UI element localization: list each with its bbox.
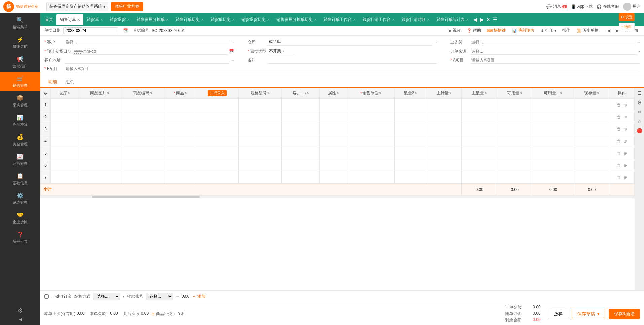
tab-sales-order[interactable]: 销售订单 ✕ xyxy=(56,14,83,25)
tab-close-icon[interactable]: ✕ xyxy=(77,18,80,22)
payment-method-select[interactable]: 选择... xyxy=(93,293,120,300)
sidebar-item-purchase[interactable]: 📦 采购管理 xyxy=(0,91,40,111)
sort-icon[interactable]: ⇅ xyxy=(68,92,70,95)
online-service-button[interactable]: 🎧 在线客服 xyxy=(597,4,619,9)
draft-arrow-icon[interactable]: ▾ xyxy=(597,311,600,316)
warehouse-more-icon[interactable]: ··· xyxy=(433,40,437,44)
sidebar-item-basic-info[interactable]: 📋 基础信息 xyxy=(0,169,40,189)
tab-prev-icon[interactable]: ◀ xyxy=(472,17,479,22)
row-delete-icon-4[interactable]: 🗑 xyxy=(617,139,621,144)
delivery-date-input[interactable] xyxy=(73,48,228,55)
sub-tab-summary[interactable]: 汇总 xyxy=(61,77,78,88)
row-delete-icon-5[interactable]: 🗑 xyxy=(617,151,621,156)
row-product-1[interactable] xyxy=(164,99,196,111)
view-btn[interactable]: ▶ 视频 xyxy=(447,27,463,34)
tab-reconcile[interactable]: 钱货日清对账 ✕ xyxy=(398,14,433,25)
tab-close-icon-11[interactable]: ✕ xyxy=(427,18,430,22)
sidebar-item-search[interactable]: 🔍 搜索菜单 xyxy=(0,13,40,33)
row-main-unit-1[interactable] xyxy=(426,99,462,111)
tab-close-icon-5[interactable]: ✕ xyxy=(201,18,204,22)
sidebar-item-finance[interactable]: 💰 资金管理 xyxy=(0,130,40,150)
order-source-input[interactable] xyxy=(470,48,637,55)
save-new-button[interactable]: 保存&新增 xyxy=(609,309,640,319)
nav-prev-icon[interactable]: ◀ xyxy=(605,28,612,34)
customer-input[interactable] xyxy=(64,39,229,45)
a-project-input[interactable] xyxy=(470,57,640,64)
scan-button[interactable]: 扫码录入 xyxy=(208,90,227,96)
tab-close-icon-10[interactable]: ✕ xyxy=(392,18,395,22)
b-project-input[interactable] xyxy=(64,66,640,72)
sidebar-item-quicknav[interactable]: ⚡ 快捷导航 xyxy=(0,33,40,52)
tab-close-icon-2[interactable]: ✕ xyxy=(100,18,103,22)
row-warehouse-1[interactable] xyxy=(51,99,78,111)
sort-icon-12[interactable]: ⇅ xyxy=(520,92,522,95)
row-copy-icon-7[interactable]: ⊕ xyxy=(623,175,627,180)
invoice-type-select[interactable]: 不开票 ▾ xyxy=(268,48,295,55)
row-delete-icon-6[interactable]: 🗑 xyxy=(617,163,621,168)
salesperson-more-icon[interactable]: ··· xyxy=(637,40,640,44)
user-menu[interactable]: 用户 xyxy=(623,3,641,11)
salesperson-input[interactable] xyxy=(470,39,635,45)
tab-sales-invoice[interactable]: 销货单 ✕ xyxy=(83,14,106,25)
tab-sales-return[interactable]: 销货退货 ✕ xyxy=(106,14,133,25)
calendar-icon[interactable]: 📅 xyxy=(121,28,130,34)
row-attr-1[interactable] xyxy=(319,99,347,111)
sidebar-item-system[interactable]: ⚙️ 系统管理 xyxy=(0,189,40,208)
sidebar-item-guide[interactable]: ❓ 新手引导 xyxy=(0,228,40,247)
add-payment-button[interactable]: ＋ 添加 xyxy=(192,294,205,299)
sort-icon-10[interactable]: ⇅ xyxy=(449,92,452,95)
tab-close-icon-9[interactable]: ✕ xyxy=(353,18,356,22)
right-panel-grid-icon[interactable]: ☰ xyxy=(636,89,644,97)
row-copy-icon-3[interactable]: ⊕ xyxy=(623,127,627,131)
row-copy-icon-6[interactable]: ⊕ xyxy=(623,163,627,168)
tab-home[interactable]: 首页 xyxy=(42,14,56,25)
payment-checkbox[interactable] xyxy=(44,294,49,299)
row-main-qty-1[interactable] xyxy=(462,99,497,111)
help-btn[interactable]: ❓ 帮助 xyxy=(465,27,483,34)
sub-tab-detail[interactable]: 明细 xyxy=(44,77,61,88)
warehouse-value[interactable]: 成品库 xyxy=(267,38,432,46)
right-panel-settings-icon[interactable]: ⚙ xyxy=(636,98,644,107)
system-selector[interactable]: 装备及固定资产辅助管理系统 ▾ xyxy=(46,2,108,11)
tab-invoice-history[interactable]: 销货单历史 ✕ xyxy=(207,14,238,25)
row-stock-1[interactable] xyxy=(574,99,609,111)
tab-return-history[interactable]: 销货退货历史 ✕ xyxy=(238,14,273,25)
profit-btn[interactable]: 📊 毛利预估 xyxy=(510,27,536,34)
sort-icon-7[interactable]: ⇅ xyxy=(337,92,339,95)
address-more-icon[interactable]: ··· xyxy=(231,58,234,63)
date-picker-icon[interactable]: 📅 xyxy=(229,49,234,54)
row-spec-1[interactable] xyxy=(238,99,281,111)
tab-order-history[interactable]: 销售订单历史 ✕ xyxy=(172,14,207,25)
sort-icon-6[interactable]: ⇅ xyxy=(307,92,309,95)
operations-btn[interactable]: 操作 xyxy=(560,27,572,34)
shortcuts-btn[interactable]: ⌨ 快捷键 xyxy=(485,27,508,34)
row-customer-code-1[interactable] xyxy=(282,99,320,111)
account-select[interactable]: 选择... xyxy=(146,293,173,300)
row-copy-icon-1[interactable]: ⊕ xyxy=(623,103,627,107)
tab-expand-icon[interactable]: ✕ xyxy=(485,17,492,22)
tab-close-icon-3[interactable]: ✕ xyxy=(127,18,130,22)
industry-button[interactable]: 体验行业方案 xyxy=(111,2,143,11)
tab-close-icon-8[interactable]: ✕ xyxy=(314,18,317,22)
sidebar-item-inventory[interactable]: 📊 库存核算 xyxy=(0,111,40,130)
sidebar-item-enterprise[interactable]: 🤝 企业协同 xyxy=(0,208,40,228)
message-button[interactable]: 💬 消息 9 xyxy=(546,4,567,9)
print-btn[interactable]: 🖨 打印 ▾ xyxy=(538,27,558,34)
customer-more-icon[interactable]: ··· xyxy=(231,40,234,44)
row-delete-icon-1[interactable]: 🗑 xyxy=(617,103,621,107)
sort-icon-11[interactable]: ⇅ xyxy=(485,92,487,95)
notes-input[interactable] xyxy=(267,57,437,64)
right-panel-star-icon[interactable]: ☆ xyxy=(636,117,644,125)
tab-expense-split[interactable]: 销售费用分摊单 ✕ xyxy=(133,14,172,25)
discard-button[interactable]: 放弃 xyxy=(548,309,568,319)
row-unit-1[interactable] xyxy=(347,99,394,111)
sidebar-item-operations[interactable]: 📈 经营管理 xyxy=(0,150,40,169)
sort-icon-4[interactable]: ⇅ xyxy=(185,92,187,95)
row-copy-icon-4[interactable]: ⊕ xyxy=(623,139,627,144)
tab-stats[interactable]: 销售订单统计表 ✕ xyxy=(433,14,472,25)
materials-float-btn[interactable]: + 物料 xyxy=(619,26,635,31)
sort-icon-13[interactable]: ⇅ xyxy=(560,92,562,95)
account-more-icon[interactable]: ··· xyxy=(176,294,179,299)
row-copy-icon-5[interactable]: ⊕ xyxy=(623,151,627,156)
date-input[interactable] xyxy=(63,27,118,34)
